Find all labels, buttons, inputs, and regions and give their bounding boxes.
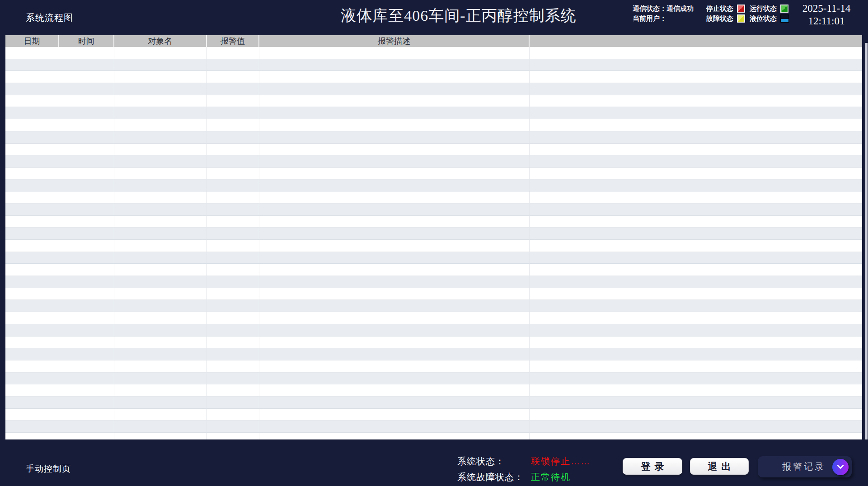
table-cell (259, 276, 530, 288)
table-cell (259, 288, 530, 300)
table-row (5, 240, 862, 252)
table-cell (207, 348, 259, 360)
table-cell (59, 155, 114, 168)
table-cell (530, 216, 862, 228)
table-cell (5, 47, 59, 59)
table-row (5, 433, 862, 439)
table-cell (59, 204, 114, 216)
table-cell (5, 228, 59, 240)
table-cell (5, 300, 59, 312)
table-cell (59, 348, 114, 360)
table-cell (5, 264, 59, 276)
table-cell (114, 228, 207, 240)
table-cell (259, 228, 530, 240)
table-cell (59, 373, 114, 385)
alarm-table-body (5, 47, 862, 439)
table-row (5, 155, 862, 168)
table-cell (530, 168, 862, 180)
table-row (5, 348, 862, 360)
table-row (5, 83, 862, 95)
exit-button[interactable]: 退出 (690, 458, 749, 475)
table-cell (207, 409, 259, 421)
table-cell (114, 409, 207, 421)
table-cell (530, 131, 862, 144)
table-cell (259, 83, 530, 95)
table-cell (114, 336, 207, 349)
table-cell (114, 348, 207, 360)
table-cell (59, 384, 114, 397)
table-cell (114, 155, 207, 168)
table-cell (207, 204, 259, 216)
table-cell (59, 264, 114, 276)
comm-status-line: 通信状态：通信成功 (633, 4, 694, 14)
table-cell (207, 71, 259, 83)
table-cell (59, 168, 114, 180)
table-row (5, 276, 862, 288)
table-cell (207, 373, 259, 385)
table-cell (259, 312, 530, 324)
table-cell (114, 216, 207, 228)
table-cell (207, 264, 259, 276)
table-cell (5, 131, 59, 144)
table-cell (207, 312, 259, 324)
table-cell (259, 216, 530, 228)
table-row (5, 360, 862, 373)
table-cell (59, 95, 114, 107)
datetime-block: 2025-11-14 12:11:01 (799, 2, 854, 28)
table-cell (59, 47, 114, 59)
table-cell (5, 348, 59, 360)
page-title: 液体库至406车间-正丙醇控制系统 (341, 5, 576, 26)
table-row (5, 216, 862, 228)
table-row (5, 192, 862, 204)
table-cell (259, 180, 530, 192)
table-cell (207, 59, 259, 71)
table-cell (207, 47, 259, 59)
table-cell (59, 276, 114, 288)
table-cell (59, 336, 114, 349)
nav-system-flow-diagram[interactable]: 系统流程图 (26, 12, 73, 24)
table-cell (114, 288, 207, 300)
table-cell (207, 300, 259, 312)
run-status-icon (780, 5, 788, 13)
alarm-record-label: 报警记录 (782, 461, 826, 473)
table-row (5, 312, 862, 324)
table-cell (259, 168, 530, 180)
alarm-record-dropdown-toggle[interactable] (832, 459, 849, 475)
table-cell (259, 300, 530, 312)
table-cell (5, 360, 59, 373)
table-cell (207, 192, 259, 204)
table-row (5, 300, 862, 312)
table-cell (114, 95, 207, 107)
vertical-scrollbar[interactable] (865, 43, 868, 486)
table-cell (114, 144, 207, 156)
table-row (5, 47, 862, 59)
alarm-record-button[interactable]: 报警记录 (758, 456, 852, 477)
system-status-label: 系统状态： (457, 455, 505, 467)
table-cell (259, 240, 530, 252)
table-cell (114, 131, 207, 144)
table-cell (207, 421, 259, 433)
table-cell (207, 324, 259, 336)
table-cell (207, 384, 259, 397)
table-row (5, 324, 862, 336)
table-cell (259, 336, 530, 349)
column-header-blank (530, 35, 862, 47)
table-cell (59, 216, 114, 228)
table-cell (530, 180, 862, 192)
table-cell (59, 288, 114, 300)
table-row (5, 168, 862, 180)
table-cell (114, 276, 207, 288)
table-cell (530, 59, 862, 71)
legend-fault-status-label: 故障状态 (706, 14, 735, 23)
table-cell (259, 47, 530, 59)
table-cell (207, 155, 259, 168)
table-cell (530, 336, 862, 349)
table-cell (5, 71, 59, 83)
table-cell (207, 252, 259, 264)
table-row (5, 421, 862, 433)
nav-manual-control-page[interactable]: 手动控制页 (26, 463, 71, 475)
table-cell (259, 71, 530, 83)
login-button[interactable]: 登录 (623, 458, 682, 475)
table-cell (530, 252, 862, 264)
table-cell (530, 119, 862, 131)
